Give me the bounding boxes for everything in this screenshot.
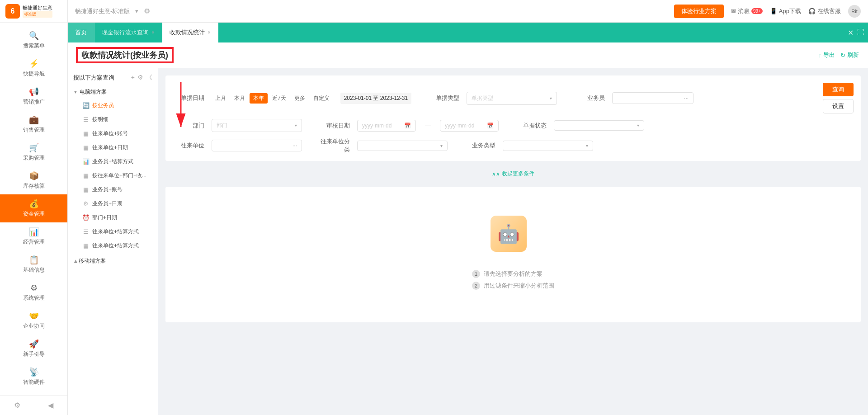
detail-item-label: 按明细 <box>92 116 108 123</box>
online-service-label: 在线客服 <box>817 7 841 15</box>
voucher-status-label: 单据状态 <box>515 122 547 130</box>
partner-category-label: 往来单位分类 <box>318 137 350 154</box>
sidebar-item-label: 智能硬件 <box>23 378 45 386</box>
panel-settings-icon[interactable]: ⚙ <box>137 74 143 82</box>
date-btn-7days[interactable]: 近7天 <box>269 93 290 104</box>
trial-btn[interactable]: 体验行业方案 <box>674 5 724 18</box>
date-btn-this-month[interactable]: 本月 <box>231 93 249 104</box>
empty-illustration: 🤖 <box>491 216 536 261</box>
plan-item-partner-settle2[interactable]: ▦ 往来单位+结算方式 <box>70 239 156 253</box>
tab-home[interactable]: 首页 <box>68 23 94 42</box>
marketing-icon: 📢 <box>29 87 39 97</box>
topbar: 畅捷通好生意-标准版 ▾ ⚙ 体验行业方案 ✉ 消息 99+ 📱 App下载 🎧… <box>68 0 868 23</box>
sidebar-item-sales[interactable]: 💼 销售管理 <box>0 110 67 138</box>
review-date-start[interactable]: yyyy-mm-dd 📅 <box>357 120 416 132</box>
sidebar-item-purchase[interactable]: 🛒 采购管理 <box>0 138 67 166</box>
sidebar-collapse-btn[interactable]: ◀ <box>48 401 53 410</box>
sidebar-item-quicknav[interactable]: ⚡ 快捷导航 <box>0 54 67 82</box>
voucher-status-select[interactable]: ▾ <box>554 120 644 131</box>
review-date-end[interactable]: yyyy-mm-dd 📅 <box>440 120 499 132</box>
basicinfo-icon: 📋 <box>29 255 39 265</box>
plan-item-sp-date[interactable]: ⚙ 业务员+日期 <box>70 197 156 211</box>
plan-item-detail[interactable]: ☰ 按明细 <box>70 113 156 127</box>
quick-nav-icon: ⚡ <box>29 59 39 69</box>
partner-date-icon: ▦ <box>82 144 90 151</box>
finance-icon: 💰 <box>29 199 39 209</box>
sidebar-item-search[interactable]: 🔍 搜索菜单 <box>0 26 67 54</box>
user-avatar[interactable]: Rit <box>848 5 861 18</box>
topbar-gear-icon[interactable]: ⚙ <box>144 7 150 15</box>
biz-type-chevron: ▾ <box>586 143 588 148</box>
salesperson-more-icon[interactable]: ··· <box>684 95 689 101</box>
mobile-group-label: 移动端方案 <box>79 257 106 265</box>
tab-collection-stat[interactable]: 收款情况统计 × <box>162 23 218 42</box>
plan-item-salesperson[interactable]: 🔄 按业务员 <box>70 99 156 113</box>
tab-close-btn[interactable]: ✕ <box>848 28 854 37</box>
sidebar-item-label: 库存核算 <box>23 182 45 190</box>
date-btn-custom[interactable]: 自定义 <box>310 93 333 104</box>
date-btn-this-year[interactable]: 本年 <box>250 93 268 104</box>
tab-collection-close[interactable]: × <box>208 29 211 36</box>
message-btn[interactable]: ✉ 消息 99+ <box>731 7 763 15</box>
partner-category-select[interactable]: ▾ <box>357 141 448 151</box>
tabbar: 首页 现金银行流水查询 × 收款情况统计 × ✕ ⛶ <box>68 23 868 42</box>
collapse-bar[interactable]: ∧∧ 收起更多条件 <box>165 166 861 181</box>
partner-dept-label: 按往来单位+部门+收... <box>92 172 146 179</box>
refresh-btn[interactable]: ↻ 刷新 <box>840 51 859 59</box>
mobile-group-title[interactable]: ▶ 移动端方案 <box>68 255 158 268</box>
tab-bank-flow-close[interactable]: × <box>151 29 155 36</box>
app-download-btn[interactable]: 📱 App下载 <box>770 7 801 15</box>
date-btn-last-month[interactable]: 上月 <box>212 93 230 104</box>
sidebar-item-label: 采购管理 <box>23 154 45 162</box>
export-btn[interactable]: ↑ 导出 <box>819 51 835 59</box>
sidebar-item-system[interactable]: ⚙ 系统管理 <box>0 278 67 307</box>
salesperson-input[interactable]: ··· <box>612 92 693 104</box>
panel-add-icon[interactable]: + <box>131 74 135 82</box>
tab-bank-flow-label: 现金银行流水查询 <box>102 28 149 37</box>
dept-date-label: 部门+日期 <box>92 214 117 222</box>
plan-item-partner-settle1[interactable]: ☰ 往来单位+结算方式 <box>70 225 156 239</box>
sidebar-item-basicinfo[interactable]: 📋 基础信息 <box>0 250 67 278</box>
breadcrumb: 畅捷通好生意-标准版 <box>75 7 130 15</box>
sidebar-item-marketing[interactable]: 📢 营销推广 <box>0 82 67 110</box>
tab-bank-flow[interactable]: 现金银行流水查询 × <box>94 23 162 42</box>
query-btn[interactable]: 查询 <box>823 83 854 96</box>
sidebar-settings-btn[interactable]: ⚙ <box>14 401 20 410</box>
plan-item-partner-dept[interactable]: ▦ 按往来单位+部门+收... <box>70 169 156 183</box>
sidebar-item-guide[interactable]: 🚀 新手引导 <box>0 335 67 363</box>
empty-text-list: 1 请先选择要分析的方案 2 用过滤条件来缩小分析范围 <box>472 270 554 293</box>
business-type-select[interactable]: ▾ <box>503 141 593 151</box>
plan-item-salesperson-settlement[interactable]: 📊 业务员+结算方式 <box>70 155 156 169</box>
panel-collapse-icon[interactable]: 《 <box>146 74 152 82</box>
voucher-type-select[interactable]: 单据类型 ▾ <box>467 92 557 105</box>
collapse-icon: ∧∧ <box>492 171 500 177</box>
sidebar-item-enterprise[interactable]: 🤝 企业协同 <box>0 307 67 335</box>
dept-select[interactable]: 部门 ▾ <box>212 119 302 132</box>
sidebar-item-label: 快捷导航 <box>23 70 45 78</box>
panel-title: 按以下方案查询 <box>73 74 114 82</box>
sidebar-item-label: 营销推广 <box>23 98 45 106</box>
sales-icon: 💼 <box>29 115 39 125</box>
date-btn-more[interactable]: 更多 <box>291 93 309 104</box>
date-label: 单据日期 <box>173 94 204 102</box>
plan-item-sp-account[interactable]: ▦ 业务员+账号 <box>70 183 156 197</box>
plan-item-partner-date[interactable]: ▦ 往来单位+日期 <box>70 141 156 155</box>
plan-item-partner-account[interactable]: ▦ 往来单位+账号 <box>70 127 156 141</box>
calendar-icon-start: 📅 <box>404 123 411 129</box>
business-type-label: 业务类型 <box>464 141 495 150</box>
sidebar-item-inventory[interactable]: 📦 库存核算 <box>0 166 67 194</box>
plan-item-dept-date[interactable]: ⏰ 部门+日期 <box>70 211 156 225</box>
filter-settings-btn[interactable]: 设置 <box>823 99 854 113</box>
desktop-group-title[interactable]: ▼ 电脑端方案 <box>68 85 158 99</box>
online-service-btn[interactable]: 🎧 在线客服 <box>808 7 841 15</box>
sidebar-item-finance[interactable]: 💰 资金管理 <box>0 194 67 222</box>
sidebar-item-operation[interactable]: 📊 经营管理 <box>0 222 67 250</box>
tab-maximize-btn[interactable]: ⛶ <box>857 28 864 37</box>
sidebar-item-wechat[interactable]: 💬 企业微信 <box>0 391 67 395</box>
sidebar-item-smarthw[interactable]: 📡 智能硬件 <box>0 363 67 391</box>
breadcrumb-dropdown-icon[interactable]: ▾ <box>135 8 138 14</box>
partner-more-icon[interactable]: ··· <box>292 142 297 149</box>
export-icon: ↑ <box>819 52 822 59</box>
partner-input[interactable]: ··· <box>212 140 302 151</box>
topbar-actions: 体验行业方案 ✉ 消息 99+ 📱 App下载 🎧 在线客服 Rit <box>674 5 861 18</box>
